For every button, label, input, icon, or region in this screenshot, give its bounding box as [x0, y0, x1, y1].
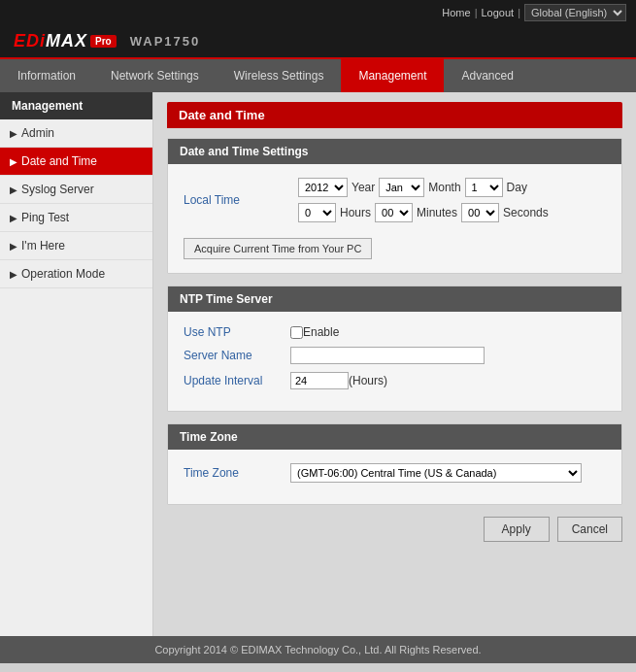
- header-bar: EDiMAX Pro WAP1750: [0, 25, 636, 59]
- timezone-select[interactable]: (GMT-12:00) International Date Line West…: [290, 463, 582, 483]
- day-select[interactable]: 12345 678910 1112131415 1617181920 21222…: [465, 178, 503, 197]
- sidebar-label-admin: Admin: [21, 126, 54, 140]
- sidebar-item-date-time[interactable]: ▶ Date and Time: [0, 148, 152, 176]
- main-layout: Management ▶ Admin ▶ Date and Time ▶ Sys…: [0, 92, 636, 636]
- use-ntp-label: Use NTP: [184, 325, 290, 339]
- update-interval-input[interactable]: [290, 372, 349, 389]
- nav-bar: Information Network Settings Wireless Se…: [0, 59, 636, 92]
- timezone-card-body: Time Zone (GMT-12:00) International Date…: [168, 450, 621, 504]
- update-interval-label: Update Interval: [184, 374, 290, 387]
- sidebar-label-ping: Ping Test: [21, 211, 69, 224]
- server-name-input[interactable]: [290, 347, 485, 364]
- arrow-icon-active: ▶: [10, 156, 17, 167]
- month-label: Month: [428, 181, 460, 194]
- logo: EDiMAX Pro: [14, 31, 117, 51]
- day-label: Day: [507, 181, 527, 194]
- timezone-card: Time Zone Time Zone (GMT-12:00) Internat…: [167, 423, 622, 505]
- footer: Copyright 2014 © EDIMAX Technology Co., …: [0, 636, 636, 663]
- hours-label: Hours: [340, 206, 371, 219]
- arrow-icon: ▶: [10, 128, 17, 139]
- timezone-label: Time Zone: [184, 466, 290, 480]
- device-name: WAP1750: [130, 34, 201, 49]
- ntp-card-header: NTP Time Server: [168, 286, 621, 312]
- use-ntp-row: Use NTP Enable: [184, 325, 606, 339]
- date-time-card: Date and Time Settings Local Time 201220…: [167, 138, 622, 274]
- sidebar-item-admin[interactable]: ▶ Admin: [0, 119, 152, 148]
- ntp-card-body: Use NTP Enable Server Name Update Interv…: [168, 312, 621, 411]
- arrow-icon-syslog: ▶: [10, 185, 17, 195]
- sidebar-label-imhere: I'm Here: [21, 239, 65, 252]
- hours-unit-label: (Hours): [349, 374, 387, 387]
- arrow-icon-ping: ▶: [10, 213, 17, 223]
- time-row: 01234 56789 101112 Hours 0001153045 Minu…: [298, 203, 549, 222]
- ntp-enable-checkbox[interactable]: [290, 326, 303, 339]
- arrow-icon-opmode: ▶: [10, 269, 17, 280]
- minutes-select[interactable]: 0001153045: [375, 203, 413, 222]
- logo-pro: Pro: [90, 35, 117, 48]
- nav-wireless-settings[interactable]: Wireless Settings: [217, 59, 342, 92]
- nav-network-settings[interactable]: Network Settings: [93, 59, 217, 92]
- year-select[interactable]: 2012201320142015: [298, 178, 348, 197]
- local-time-label: Local Time: [184, 193, 290, 207]
- logo-edimax: EDiMAX: [14, 31, 87, 51]
- date-row: 2012201320142015 Year JanFebMarApr MayJu…: [298, 178, 549, 197]
- year-label: Year: [351, 181, 375, 194]
- local-time-block: 2012201320142015 Year JanFebMarApr MayJu…: [298, 178, 549, 222]
- date-time-card-header: Date and Time Settings: [168, 139, 621, 164]
- action-row: Apply Cancel: [167, 517, 622, 542]
- seconds-select[interactable]: 0001153045: [461, 203, 499, 222]
- content-area: Date and Time Date and Time Settings Loc…: [153, 92, 636, 636]
- sidebar-label-date-time: Date and Time: [21, 154, 97, 168]
- logout-link[interactable]: Logout: [481, 7, 514, 18]
- timezone-card-header: Time Zone: [168, 424, 621, 450]
- hour-select[interactable]: 01234 56789 101112: [298, 203, 336, 222]
- cancel-button[interactable]: Cancel: [557, 517, 622, 542]
- page-title: Date and Time: [167, 102, 622, 128]
- arrow-icon-imhere: ▶: [10, 241, 17, 252]
- nav-advanced[interactable]: Advanced: [444, 59, 530, 92]
- nav-information[interactable]: Information: [0, 59, 93, 92]
- ntp-card: NTP Time Server Use NTP Enable Server Na…: [167, 286, 622, 412]
- sidebar: Management ▶ Admin ▶ Date and Time ▶ Sys…: [0, 92, 153, 636]
- date-time-card-body: Local Time 2012201320142015 Year JanFebM…: [168, 164, 621, 273]
- local-time-row: Local Time 2012201320142015 Year JanFebM…: [184, 178, 606, 222]
- nav-management[interactable]: Management: [341, 59, 444, 92]
- sidebar-label-syslog: Syslog Server: [21, 183, 94, 196]
- minutes-label: Minutes: [417, 206, 457, 219]
- top-bar: Home | Logout | Global (English): [0, 0, 636, 25]
- update-interval-row: Update Interval (Hours): [184, 372, 606, 389]
- seconds-label: Seconds: [503, 206, 549, 219]
- apply-button[interactable]: Apply: [484, 517, 550, 542]
- enable-label: Enable: [303, 325, 339, 339]
- server-name-row: Server Name: [184, 347, 606, 364]
- acquire-time-button[interactable]: Acquire Current Time from Your PC: [184, 238, 372, 259]
- language-select[interactable]: Global (English): [524, 4, 626, 21]
- footer-text: Copyright 2014 © EDIMAX Technology Co., …: [154, 644, 481, 655]
- sidebar-item-operation-mode[interactable]: ▶ Operation Mode: [0, 260, 152, 288]
- timezone-row: Time Zone (GMT-12:00) International Date…: [184, 463, 606, 483]
- sidebar-item-im-here[interactable]: ▶ I'm Here: [0, 232, 152, 260]
- sidebar-label-opmode: Operation Mode: [21, 267, 105, 281]
- home-link[interactable]: Home: [442, 7, 470, 18]
- sidebar-item-syslog[interactable]: ▶ Syslog Server: [0, 176, 152, 204]
- sidebar-title: Management: [0, 92, 152, 119]
- sidebar-item-ping[interactable]: ▶ Ping Test: [0, 204, 152, 232]
- month-select[interactable]: JanFebMarApr MayJunJulAug SepOctNovDec: [379, 178, 424, 197]
- server-name-label: Server Name: [184, 349, 290, 362]
